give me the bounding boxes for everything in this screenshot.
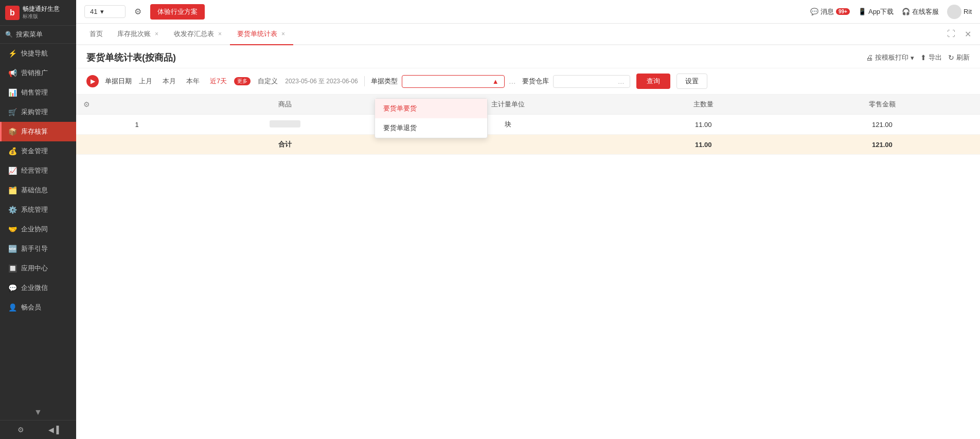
warehouse-filter-group: 要货仓库 … (522, 75, 630, 88)
sidebar-item-wechat[interactable]: 💬 企业微信 (0, 278, 76, 298)
sidebar-collapse-btn[interactable]: ◀▐ (48, 426, 59, 434)
footer-label-cell: 合计 (177, 135, 393, 155)
warehouse-label: 要货仓库 (522, 77, 549, 86)
marketing-icon: 📢 (7, 69, 18, 77)
sidebar-item-base[interactable]: 🗂️ 基础信息 (0, 180, 76, 200)
finance-icon: 💰 (7, 147, 18, 155)
doc-type-select[interactable]: ▲ (402, 75, 505, 88)
sidebar-item-finance[interactable]: 💰 资金管理 (0, 141, 76, 161)
date-prev-btn[interactable]: 上月 (136, 75, 155, 87)
col-amount: 零售金额 (785, 95, 980, 115)
refresh-btn[interactable]: ↻ 刷新 (948, 53, 970, 62)
tab-receipt-summary-label: 收发存汇总表 (174, 29, 214, 39)
operations-icon: 📈 (7, 167, 18, 175)
tab-bar: 首页 库存批次账 × 收发存汇总表 × 要货单统计表 × ⛶ ✕ (76, 24, 980, 45)
headset-icon: 🎧 (902, 8, 910, 15)
export-label: 导出 (929, 53, 942, 62)
row-amount-cell: 121.00 (785, 115, 980, 135)
sidebar-search[interactable]: 🔍 搜索菜单 (0, 26, 76, 44)
data-table: ⚙ 商品 主计量单位 主数量 零售金额 1 (76, 95, 980, 155)
sidebar-item-enterprise[interactable]: 🤝 企业协同 (0, 220, 76, 239)
company-selector[interactable]: 41 ▾ (84, 5, 126, 18)
tab-close-all-btn[interactable]: ✕ (961, 28, 974, 40)
filter-bar: ▶ 单据日期 上月 本月 本年 近7天 更多 自定义 2023-05-06 至 … (76, 68, 980, 95)
footer-quantity-cell: 11.00 (622, 135, 785, 155)
message-btn[interactable]: 💬 消息 99+ (810, 7, 850, 16)
warehouse-select[interactable]: … (553, 75, 630, 88)
doc-type-more-btn[interactable]: … (509, 77, 516, 85)
sidebar-search-label: 搜索菜单 (16, 30, 43, 39)
date-custom-btn[interactable]: 自定义 (255, 75, 281, 87)
doc-type-dropdown: 要货单要货 要货单退货 (375, 98, 488, 138)
tab-order-stats-label: 要货单统计表 (237, 29, 277, 39)
avatar (947, 5, 961, 19)
top-header: 41 ▾ ⚙ 体验行业方案 💬 消息 99+ 📱 App下载 🎧 在线客服 (76, 0, 980, 24)
table-footer-row: 合计 11.00 121.00 (76, 135, 980, 155)
sidebar-logo: b 畅捷通好生意 标准版 (0, 0, 76, 26)
sidebar-item-operations[interactable]: 📈 经营管理 (0, 161, 76, 180)
footer-settings-cell (76, 135, 97, 155)
apps-label: 应用中心 (21, 264, 48, 273)
tab-receipt-summary[interactable]: 收发存汇总表 × (167, 24, 230, 45)
online-service-label: 在线客服 (912, 7, 939, 16)
row-index-cell: 1 (97, 115, 177, 135)
sidebar-item-guide[interactable]: 🆕 新手引导 (0, 239, 76, 259)
sidebar-item-apps[interactable]: 🔲 应用中心 (0, 259, 76, 278)
sidebar-item-member[interactable]: 👤 畅会员 (0, 298, 76, 317)
header-settings-icon[interactable]: ⚙ (131, 5, 145, 19)
sidebar-item-marketing[interactable]: 📢 营销推广 (0, 63, 76, 83)
tab-receipt-summary-close[interactable]: × (217, 29, 223, 39)
settings-btn[interactable]: 设置 (676, 74, 707, 89)
row-settings-cell (76, 115, 97, 135)
tab-home[interactable]: 首页 (82, 24, 110, 45)
sidebar-settings-btn[interactable]: ⚙ (17, 426, 24, 434)
doc-type-filter-group: 单据类型 ▲ … (371, 75, 516, 88)
base-label: 基础信息 (21, 186, 48, 195)
export-btn[interactable]: ⬆ 导出 (920, 53, 942, 62)
tab-order-stats[interactable]: 要货单统计表 × (230, 24, 293, 45)
main-area: 41 ▾ ⚙ 体验行业方案 💬 消息 99+ 📱 App下载 🎧 在线客服 (76, 0, 980, 439)
query-btn[interactable]: 查询 (636, 74, 670, 89)
industry-btn[interactable]: 体验行业方案 (150, 4, 205, 20)
tab-home-label: 首页 (90, 29, 103, 39)
message-label: 消息 (821, 7, 834, 16)
doc-type-select-arrow: ▲ (492, 78, 499, 85)
apps-icon: 🔲 (7, 264, 18, 272)
date-range-text: 2023-05-06 至 2023-06-06 (285, 77, 358, 86)
sidebar-scroll-down[interactable]: ▼ (0, 405, 76, 420)
date-current-btn[interactable]: 本月 (159, 75, 179, 87)
page-actions: 🖨 按模板打印 ▾ ⬆ 导出 ↻ 刷新 (866, 53, 970, 62)
base-icon: 🗂️ (7, 186, 18, 194)
filter-expand-btn[interactable]: ▶ (86, 75, 99, 87)
wechat-icon: 💬 (7, 284, 18, 292)
quick-nav-label: 快捷导航 (21, 49, 48, 58)
message-icon: 💬 (810, 8, 818, 15)
quick-nav-icon: ⚡ (7, 49, 18, 58)
table-settings-icon[interactable]: ⚙ (83, 100, 90, 108)
sidebar-item-inventory[interactable]: 📦 库存核算 (0, 122, 76, 141)
app-download-btn[interactable]: 📱 App下载 (858, 7, 894, 16)
dropdown-item-order-return[interactable]: 要货单退货 (375, 118, 487, 138)
tab-inventory-batch-close[interactable]: × (154, 29, 159, 39)
wechat-label: 企业微信 (21, 283, 48, 292)
table-wrap: ⚙ 商品 主计量单位 主数量 零售金额 1 (76, 95, 980, 155)
dropdown-item-order-goods[interactable]: 要货单要货 (375, 99, 487, 118)
tab-maximize-btn[interactable]: ⛶ (945, 28, 957, 40)
sidebar-item-purchase[interactable]: 🛒 采购管理 (0, 102, 76, 122)
col-index (97, 95, 177, 115)
tab-order-stats-close[interactable]: × (280, 29, 286, 39)
user-menu[interactable]: Rit (947, 5, 972, 19)
sidebar-item-system[interactable]: ⚙️ 系统管理 (0, 200, 76, 220)
print-chevron-icon: ▾ (911, 54, 914, 62)
date-year-btn[interactable]: 本年 (183, 75, 203, 87)
printer-icon: 🖨 (866, 53, 873, 62)
sidebar-item-sales[interactable]: 📊 销售管理 (0, 83, 76, 102)
online-service-btn[interactable]: 🎧 在线客服 (902, 7, 939, 16)
tab-inventory-batch[interactable]: 库存批次账 × (110, 24, 167, 45)
sidebar: b 畅捷通好生意 标准版 🔍 搜索菜单 ⚡ 快捷导航 📢 营销推广 📊 销售管理… (0, 0, 76, 439)
print-template-btn[interactable]: 🖨 按模板打印 ▾ (866, 53, 914, 62)
sidebar-item-quick-nav[interactable]: ⚡ 快捷导航 (0, 44, 76, 63)
date-last7-btn[interactable]: 近7天 (207, 75, 230, 87)
inventory-label: 库存核算 (21, 127, 48, 136)
col-settings: ⚙ (76, 95, 97, 115)
